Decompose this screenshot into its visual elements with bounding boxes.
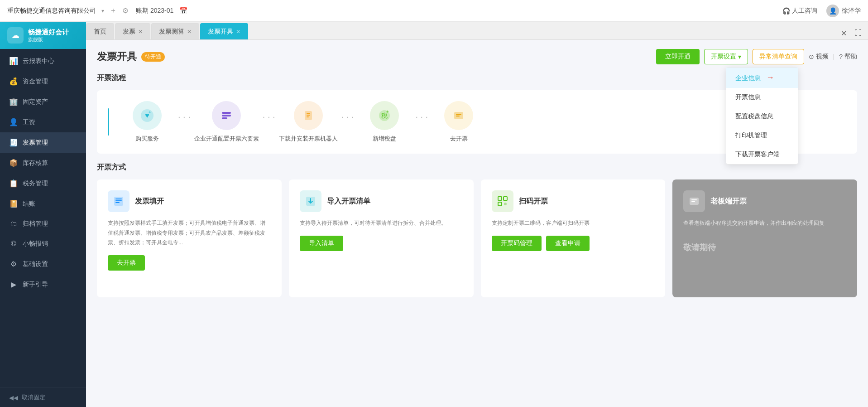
process-step-2: 企业开通配置开票六要素 <box>194 101 259 143</box>
page-header: 发票开具 待开通 立即开通 开票设置 ▾ 异常清单查询 ⊙ 视频 | <box>97 49 857 64</box>
process-arrow: · · · <box>415 111 428 133</box>
calendar-icon[interactable]: 📅 <box>179 6 188 15</box>
card-title-boss: 老板端开票 <box>710 197 747 206</box>
dropdown-item-qiyeinfo[interactable]: 企业信息 → <box>726 68 798 88</box>
view-apply-button[interactable]: 查看申请 <box>546 236 590 251</box>
process-arrow: · · · <box>178 111 191 133</box>
abnormal-button[interactable]: 异常清单查询 <box>753 49 804 64</box>
tab-close-icon[interactable]: ✕ <box>138 29 143 35</box>
headset-icon: 🎧 <box>782 7 790 15</box>
activate-button[interactable]: 立即开通 <box>656 49 700 64</box>
dropdown-item-dayin[interactable]: 打印机管理 <box>726 126 798 145</box>
video-button[interactable]: ⊙ 视频 <box>809 53 829 61</box>
sidebar-item-gongzi[interactable]: 👤 工资 <box>0 112 86 132</box>
sidebar-item-label: 库存核算 <box>23 159 48 167</box>
dropdown-arrow-icon[interactable]: ▾ <box>101 8 104 14</box>
dropdown-item-peizhi[interactable]: 配置税盘信息 <box>726 107 798 126</box>
sidebar-item-guding[interactable]: 🏢 固定资产 <box>0 92 86 112</box>
card-desc-import: 支持导入待开票清单，可对待开票清单进行拆分、合并处理。 <box>300 218 463 228</box>
status-badge: 待开通 <box>141 52 165 62</box>
fill-button[interactable]: 去开票 <box>108 255 145 271</box>
page-content: 发票开具 待开通 立即开通 开票设置 ▾ 异常清单查询 ⊙ 视频 | <box>86 40 868 407</box>
qr-manage-button[interactable]: 开票码管理 <box>492 236 542 251</box>
svg-rect-26 <box>691 199 697 200</box>
close-tab-button[interactable]: ✕ <box>837 27 850 39</box>
svg-rect-15 <box>456 116 460 116</box>
sidebar-item-label: 税务管理 <box>23 179 48 188</box>
coming-soon-text: 敬请期待 <box>683 242 846 253</box>
settings-dropdown: 企业信息 → 开票信息 配置税盘信息 打印机管理 下 <box>726 67 798 165</box>
process-icon-2 <box>212 101 241 130</box>
svg-rect-14 <box>456 114 461 115</box>
billing-card-fill: 发票填开 支持按照发票样式手工填开发票；可开具增值税电子普通发票、增值税普通发票… <box>97 179 282 297</box>
sidebar-item-shuiwu[interactable]: 📋 税务管理 <box>0 173 86 194</box>
svg-text:+: + <box>149 110 151 115</box>
sidebar-item-xinshou[interactable]: ▶ 新手引导 <box>0 274 86 295</box>
sidebar-item-guidang[interactable]: 🗂 归档管理 <box>0 214 86 234</box>
sidebar-item-label: 归档管理 <box>23 220 48 228</box>
billing-card-scan: 扫码开票 支持定制开票二维码，客户端可扫码开票 开票码管理 查看申请 <box>481 179 666 297</box>
tab-label: 发票 <box>123 28 135 36</box>
svg-rect-5 <box>222 117 227 119</box>
sidebar-item-label: 工资 <box>23 118 35 126</box>
logo-subtitle: 旗舰版 <box>28 36 69 43</box>
cancel-pin-button[interactable]: ◀◀ 取消固定 <box>0 388 86 407</box>
process-icon-4: 税+ <box>370 101 399 130</box>
settings-button[interactable]: 开票设置 ▾ <box>704 49 748 64</box>
card-header-scan: 扫码开票 <box>492 190 655 212</box>
content-area: 首页 发票 ✕ 发票测算 ✕ 发票开具 ✕ ✕ ⛶ <box>86 22 868 407</box>
settings-icon[interactable]: ⚙ <box>122 6 129 15</box>
sidebar-nav: 📊 云报表中心 💰 资金管理 🏢 固定资产 👤 工资 🧾 发票管理 📦 <box>0 49 86 388</box>
tab-fapiao[interactable]: 发票 ✕ <box>115 23 150 39</box>
sidebar-item-jiezhang[interactable]: 📔 结账 <box>0 194 86 214</box>
sidebar-item-zijin[interactable]: 💰 资金管理 <box>0 71 86 92</box>
tab-close-icon[interactable]: ✕ <box>187 29 192 35</box>
consult-button[interactable]: 🎧 人工咨询 <box>782 7 817 15</box>
tab-home[interactable]: 首页 <box>86 23 114 39</box>
svg-rect-27 <box>691 201 695 202</box>
tab-cesuan[interactable]: 发票测算 ✕ <box>151 23 199 39</box>
svg-rect-22 <box>504 197 507 200</box>
sidebar-item-yunbao[interactable]: 📊 云报表中心 <box>0 51 86 71</box>
process-label-5: 去开票 <box>450 135 468 143</box>
maximize-button[interactable]: ⛶ <box>852 27 864 39</box>
help-button[interactable]: ? 帮助 <box>839 53 857 61</box>
avatar: 👤 <box>826 5 839 17</box>
process-step-3: 下载并安装开票机器人 <box>279 101 338 143</box>
process-step-1: ♥+ 购买服务 <box>120 101 174 143</box>
card-title-scan: 扫码开票 <box>519 197 548 206</box>
dropdown-item-xiazai[interactable]: 下载开票客户端 <box>726 145 798 164</box>
svg-rect-4 <box>222 115 231 116</box>
book-icon: 📔 <box>9 199 18 208</box>
sidebar-item-label: 小畅报销 <box>23 240 48 248</box>
tab-close-icon[interactable]: ✕ <box>236 29 240 35</box>
money-icon: 💰 <box>9 77 18 86</box>
billing-section: 开票方式 发票填开 支持按照发票样式手工填开发票；可开具增值税电子普通发票、增值… <box>97 163 857 297</box>
sidebar-item-label: 新手引导 <box>23 281 48 289</box>
box-icon: 📦 <box>9 159 18 167</box>
sidebar-item-jichushezhi[interactable]: ⚙ 基础设置 <box>0 254 86 274</box>
svg-rect-8 <box>307 115 310 116</box>
tab-kaiju[interactable]: 发票开具 ✕ <box>200 23 248 39</box>
scan-icon <box>492 190 513 212</box>
process-arrow: · · · <box>263 111 275 133</box>
sidebar-item-kucun[interactable]: 📦 库存核算 <box>0 153 86 173</box>
building-icon: 🏢 <box>9 97 18 106</box>
svg-point-24 <box>504 203 507 205</box>
card-header-import: 导入开票清单 <box>300 190 463 212</box>
logo-icon: ☁ <box>7 27 24 44</box>
process-bar <box>108 108 109 136</box>
pin-icon: ◀◀ <box>9 394 18 401</box>
process-icon-3 <box>294 101 323 130</box>
dropdown-item-kaipiainfo[interactable]: 开票信息 <box>726 88 798 107</box>
sidebar-item-fapiao[interactable]: 🧾 发票管理 <box>0 132 86 153</box>
page-title: 发票开具 <box>97 50 137 63</box>
tab-label: 发票测算 <box>159 28 184 36</box>
import-button[interactable]: 导入清单 <box>300 236 343 251</box>
add-icon[interactable]: ＋ <box>110 6 117 15</box>
svg-rect-7 <box>307 113 310 114</box>
card-title-import: 导入开票清单 <box>327 197 370 206</box>
process-label-4: 新增税盘 <box>373 135 396 143</box>
user-menu[interactable]: 👤 徐泽华 <box>826 5 861 17</box>
sidebar-item-xiaochang[interactable]: © 小畅报销 <box>0 234 86 254</box>
